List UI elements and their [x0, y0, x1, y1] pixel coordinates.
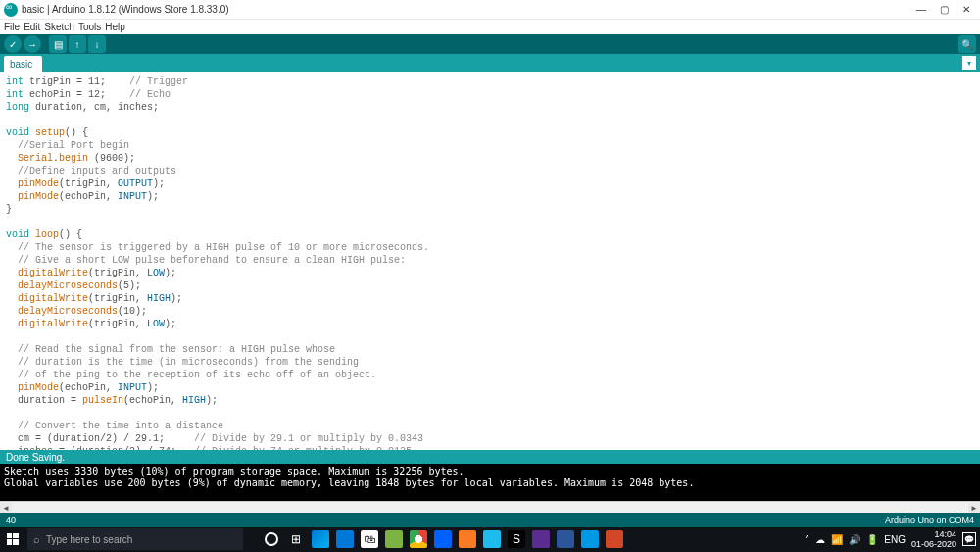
code-token: cm = (duration/2) / 29.1;: [6, 433, 194, 444]
code-token: (echoPin,: [123, 395, 182, 406]
ie-icon[interactable]: [483, 530, 501, 548]
code-token: INPUT: [118, 382, 147, 393]
close-button[interactable]: ✕: [962, 4, 970, 15]
menu-tools[interactable]: Tools: [78, 22, 101, 32]
menu-bar: File Edit Sketch Tools Help: [0, 20, 980, 34]
code-token: // Divide by 29.1 or multiply by 0.0343: [194, 433, 423, 444]
code-token: () {: [65, 127, 88, 138]
code-token: );: [147, 191, 159, 202]
edge-icon[interactable]: [312, 530, 329, 548]
tray-clock[interactable]: 14:04 01-06-2020: [911, 529, 956, 549]
horizontal-scrollbar[interactable]: ◄ ►: [0, 501, 980, 513]
console-line: Global variables use 200 bytes (9%) of d…: [4, 477, 976, 489]
toolbar: ✓ → ▤ ↑ ↓ 🔍: [0, 34, 980, 54]
code-token: // Convert the time into a distance: [6, 421, 223, 431]
code-token: Serial: [18, 153, 53, 164]
code-token: (trigPin,: [88, 293, 147, 304]
code-token: digitalWrite: [18, 293, 88, 304]
code-token: // Give a short LOW pulse beforehand to …: [6, 255, 406, 266]
console-line: Sketch uses 3330 bytes (10%) of program …: [4, 466, 976, 477]
tray-time: 14:04: [911, 529, 956, 539]
code-token: digitalWrite: [18, 319, 88, 329]
code-token: begin: [59, 153, 88, 164]
xampp-icon[interactable]: [459, 530, 476, 548]
sketch-tab[interactable]: basic: [4, 56, 42, 72]
code-token: (echoPin,: [59, 191, 118, 202]
upload-button[interactable]: →: [24, 35, 41, 53]
menu-edit[interactable]: Edit: [24, 22, 40, 32]
code-token: duration, cm, inches;: [29, 102, 159, 113]
code-token: pinMode: [18, 382, 59, 393]
minimize-button[interactable]: —: [916, 4, 926, 15]
verify-button[interactable]: ✓: [4, 35, 22, 53]
taskbar-pinned-apps: ⊞ 🛍 S: [263, 530, 623, 548]
svg-rect-2: [7, 539, 12, 545]
tray-wifi-icon[interactable]: 📶: [831, 534, 843, 545]
sublime-icon[interactable]: S: [508, 530, 525, 548]
tray-volume-icon[interactable]: 🔊: [849, 534, 860, 545]
powerpoint-icon[interactable]: [606, 530, 623, 548]
code-token: }: [6, 204, 12, 215]
tray-battery-icon[interactable]: 🔋: [866, 534, 878, 545]
store-icon[interactable]: 🛍: [361, 530, 378, 548]
code-token: (trigPin,: [59, 178, 118, 189]
code-token: [6, 306, 18, 317]
action-center-icon[interactable]: 💬: [962, 532, 976, 546]
code-token: // duration is the time (in microseconds…: [6, 357, 359, 368]
system-tray: ˄ ☁ 📶 🔊 🔋 ENG 14:04 01-06-2020 💬: [805, 529, 980, 549]
code-token: int: [6, 76, 24, 87]
compile-console[interactable]: Sketch uses 3330 bytes (10%) of program …: [0, 464, 980, 501]
code-token: [6, 280, 18, 291]
dropbox-icon[interactable]: [434, 530, 452, 548]
code-token: );: [165, 319, 176, 329]
code-editor[interactable]: int trigPin = 11; // Trigger int echoPin…: [0, 72, 980, 450]
cortana-icon[interactable]: [263, 530, 280, 548]
task-view-icon[interactable]: ⊞: [287, 530, 305, 548]
svg-rect-3: [13, 539, 19, 545]
code-token: // Read the signal from the sensor: a HI…: [6, 344, 335, 355]
windows-logo-icon: [7, 533, 19, 545]
open-sketch-button[interactable]: ↑: [69, 35, 86, 53]
code-token: duration =: [6, 395, 82, 406]
svg-rect-1: [13, 533, 19, 538]
menu-file[interactable]: File: [4, 22, 20, 32]
word-icon[interactable]: [557, 530, 574, 548]
code-token: inches = (duration/2) / 74;: [6, 446, 194, 450]
start-button[interactable]: [0, 527, 25, 552]
visualstudio-icon[interactable]: [532, 530, 550, 548]
app-green-icon[interactable]: [385, 530, 403, 548]
code-token: // The sensor is triggered by a HIGH pul…: [6, 242, 429, 253]
code-token: digitalWrite: [18, 268, 88, 278]
arduino-taskbar-icon[interactable]: [581, 530, 599, 548]
arduino-app-icon: [4, 3, 18, 17]
save-sketch-button[interactable]: ↓: [88, 35, 106, 53]
code-token: [6, 319, 18, 329]
code-token: // Trigger: [129, 76, 188, 87]
windows-taskbar: ⌕ Type here to search ⊞ 🛍 S ˄ ☁ 📶 🔊 🔋 EN…: [0, 527, 980, 552]
tray-cloud-icon[interactable]: ☁: [815, 534, 825, 545]
maximize-button[interactable]: ▢: [940, 4, 949, 15]
scroll-right-arrow[interactable]: ►: [968, 503, 980, 513]
mail-icon[interactable]: [336, 530, 354, 548]
menu-sketch[interactable]: Sketch: [44, 22, 74, 32]
code-token: long: [6, 102, 29, 113]
svg-rect-0: [7, 533, 12, 538]
code-token: loop: [35, 229, 59, 240]
tray-language[interactable]: ENG: [884, 534, 906, 545]
taskbar-search[interactable]: ⌕ Type here to search: [27, 528, 243, 550]
code-token: (10);: [118, 306, 147, 317]
new-sketch-button[interactable]: ▤: [49, 35, 67, 53]
tab-menu-button[interactable]: ▾: [962, 56, 976, 70]
menu-help[interactable]: Help: [105, 22, 125, 32]
status-bar: Done Saving.: [0, 450, 980, 464]
code-token: [6, 178, 18, 189]
code-token: () {: [59, 229, 82, 240]
code-token: );: [153, 178, 165, 189]
search-icon: ⌕: [33, 533, 40, 545]
scroll-left-arrow[interactable]: ◄: [0, 503, 12, 513]
tray-date: 01-06-2020: [911, 539, 956, 549]
chrome-icon[interactable]: [410, 530, 427, 548]
code-token: (trigPin,: [88, 319, 147, 329]
serial-monitor-button[interactable]: 🔍: [958, 35, 976, 53]
tray-chevron-icon[interactable]: ˄: [805, 534, 809, 545]
